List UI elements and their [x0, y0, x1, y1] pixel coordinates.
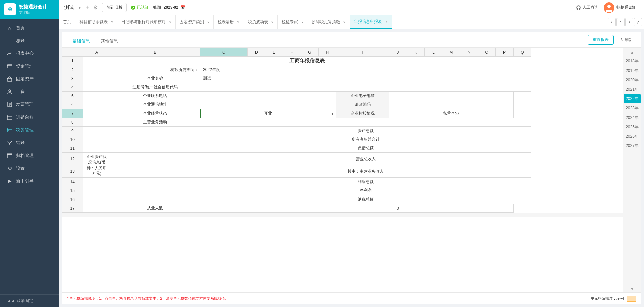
cell-4-c[interactable] [200, 83, 531, 92]
year-item-2024[interactable]: 2024年 [624, 113, 641, 122]
tab-income-tax-close[interactable]: × [343, 20, 345, 24]
cell-3-a[interactable] [83, 74, 110, 83]
tab-expand-btn[interactable]: ⤢ [634, 18, 642, 26]
year-scroll-up-btn[interactable]: ▲ [628, 49, 637, 56]
cell-17-i[interactable] [336, 204, 389, 213]
cell-3-c[interactable]: 测试 [200, 74, 531, 83]
settings-btn[interactable]: ⚙ [93, 4, 98, 11]
sidebar-item-close[interactable]: 结账 [0, 136, 59, 149]
sidebar-item-guide[interactable]: ▶ 新手引导 [0, 175, 59, 187]
tab-tax-table[interactable]: 税表清册 × [214, 15, 244, 29]
reset-report-btn[interactable]: 重置报表 [588, 35, 614, 45]
sidebar-item-settings[interactable]: ⚙ 设置 [0, 162, 59, 175]
cell-15-b[interactable] [110, 186, 200, 195]
cell-15-a[interactable] [83, 186, 110, 195]
cell-16-b[interactable] [110, 195, 200, 204]
year-item-2019[interactable]: 2019年 [624, 66, 641, 75]
year-item-2023[interactable]: 2023年 [624, 103, 641, 113]
switch-old-version-btn[interactable]: 切到旧版 [102, 3, 127, 12]
sidebar-item-capital[interactable]: 资金管理 [0, 60, 59, 73]
cell-17-c[interactable] [200, 204, 336, 213]
tab-income-tax[interactable]: 所得税汇算清缴 × [308, 15, 350, 29]
cell-10-b[interactable] [110, 135, 200, 144]
cell-13-b[interactable] [110, 165, 200, 178]
cell-17-a[interactable] [83, 204, 110, 213]
cell-9-a[interactable] [83, 127, 110, 135]
sidebar-item-tax[interactable]: 税务管理 [0, 124, 59, 136]
cell-12-b[interactable] [110, 153, 200, 165]
sidebar-item-home[interactable]: ⌂ 首页 [0, 21, 59, 34]
year-item-2020[interactable]: 2020年 [624, 75, 641, 85]
cell-14-b[interactable] [110, 178, 200, 186]
tab-tax-table-close[interactable]: × [237, 20, 239, 24]
cell-11-b[interactable] [110, 144, 200, 153]
cell-14-a[interactable] [83, 178, 110, 186]
horizontal-scrollbar[interactable] [62, 213, 623, 217]
cell-17-j[interactable]: 0 [389, 204, 407, 213]
tab-fixed-assets[interactable]: 固定资产类别 × [176, 15, 214, 29]
cell-12-c[interactable]: 营业总收入 [200, 153, 531, 165]
cell-5-k[interactable] [389, 92, 513, 100]
cell-9-c[interactable]: 资产总额 [200, 127, 531, 135]
cell-2-a[interactable] [83, 65, 110, 74]
tab-close-all-btn[interactable]: × [625, 18, 633, 26]
year-item-2021[interactable]: 2021年 [624, 85, 641, 94]
sidebar-collapse-btn[interactable]: ◄◄ 取消固定 [0, 294, 59, 307]
cell-1-title[interactable]: 工商年报信息表 [83, 57, 531, 65]
cell-5-a[interactable] [83, 92, 110, 100]
sidebar-item-archive[interactable]: 归档管理 [0, 149, 59, 162]
cell-10-c[interactable]: 所有者权益合计 [200, 135, 531, 144]
cell-15-c[interactable]: 净利润 [200, 186, 531, 195]
tab-tax-check[interactable]: 税检专家 × [278, 15, 308, 29]
cell-7-c-dropdown[interactable]: 开业 ▼ [200, 109, 336, 118]
sidebar-item-stock[interactable]: 进销台账 [0, 111, 59, 124]
cell-11-a[interactable] [83, 144, 110, 153]
consult-btn[interactable]: 🎧 人工咨询 [576, 5, 598, 10]
cell-16-c[interactable]: 纳税总额 [200, 195, 531, 204]
cell-2-c[interactable]: 2022年度 [200, 65, 531, 74]
cell-17-k[interactable] [407, 204, 513, 213]
subtab-basic-info[interactable]: 基础信息 [67, 35, 95, 47]
calendar-icon[interactable]: 📅 [181, 5, 186, 10]
tab-home[interactable]: 首页 [59, 15, 75, 29]
sidebar-item-assets[interactable]: 固定资产 [0, 73, 59, 85]
year-item-2027[interactable]: 2027年 [624, 141, 641, 150]
sidebar-item-ledger[interactable]: ≡ 总账 [0, 34, 59, 47]
tab-scroll-left-btn[interactable]: ‹ [608, 18, 616, 26]
tab-tax-wave[interactable]: 税负波动表 × [244, 15, 278, 29]
cell-9-b[interactable] [110, 127, 200, 135]
tab-journal[interactable]: 日记账与银行对账单核对 × [117, 15, 175, 29]
cell-14-c[interactable]: 利润总额 [200, 178, 531, 186]
spreadsheet-container[interactable]: A B C D E F G H I J K L [62, 48, 623, 292]
cell-5-c[interactable] [200, 92, 336, 100]
sidebar-item-report[interactable]: 报表中心 [0, 47, 59, 60]
add-workspace-btn[interactable]: + [86, 4, 90, 11]
subtab-other-info[interactable]: 其他信息 [95, 35, 123, 47]
cell-13-c[interactable]: 其中：主营业务收入 [200, 165, 531, 178]
cell-16-a[interactable] [83, 195, 110, 204]
tab-auxiliary[interactable]: 科目辅助余额表 × [75, 15, 117, 29]
tab-tax-check-close[interactable]: × [301, 20, 303, 24]
tab-fixed-assets-close[interactable]: × [207, 20, 209, 24]
year-item-2022[interactable]: 2022年 [624, 94, 641, 103]
cell-8-c[interactable] [200, 118, 531, 127]
cell-6-a[interactable] [83, 100, 110, 109]
title-dropdown-icon[interactable]: ▼ [78, 5, 82, 10]
tab-annual-report-close[interactable]: × [385, 20, 387, 24]
refresh-btn[interactable]: ↻ 刷新 [616, 35, 636, 45]
cell-7-a[interactable] [83, 109, 110, 118]
sidebar-item-salary[interactable]: 工资 [0, 85, 59, 98]
tab-journal-close[interactable]: × [169, 20, 171, 24]
cell-11-c[interactable]: 负债总额 [200, 144, 531, 153]
cell-6-c[interactable] [200, 100, 336, 109]
user-menu[interactable]: 畅捷通B组... [604, 2, 639, 13]
tab-annual-report[interactable]: 年报信息申报表 × [350, 15, 392, 29]
cell-6-k[interactable] [389, 100, 513, 109]
year-item-2025[interactable]: 2025年 [624, 122, 641, 132]
cell-10-a[interactable] [83, 135, 110, 144]
cell-8-a[interactable] [83, 118, 110, 127]
tab-auxiliary-close[interactable]: × [111, 20, 113, 24]
cell-7-k[interactable]: 私营企业 [389, 109, 513, 118]
tab-scroll-right-btn[interactable]: › [616, 18, 625, 26]
year-scroll-down-btn[interactable]: ▼ [628, 286, 637, 292]
